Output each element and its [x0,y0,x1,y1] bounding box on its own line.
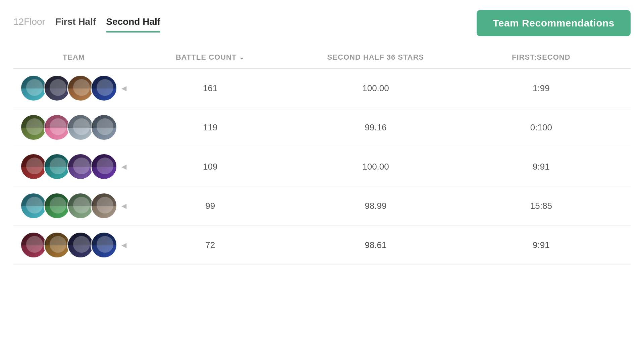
column-header-team: TEAM [20,53,127,62]
column-header-battle-count[interactable]: BATTLE COUNT ⌄ [127,53,293,62]
table-header: TEAM BATTLE COUNT ⌄ SECOND HALF 36 STARS… [13,53,631,69]
arrow-left-icon: ◀ [121,84,126,92]
battle-count-row-2: 119 [127,122,293,133]
avatar-3-4 [91,153,117,180]
avatar-2-1 [20,114,47,141]
first-second-row-4: 15:85 [459,201,624,211]
first-second-row-2: 0:100 [459,122,624,133]
avatar-4-3 [67,192,94,219]
table-row[interactable]: ◀7298.619:91 [13,226,631,265]
table-row[interactable]: ◀109100.009:91 [13,147,631,186]
second-half-stars-row-2: 99.16 [293,122,458,133]
second-half-tab[interactable]: Second Half [106,16,160,30]
page-container: 12Floor First Half Second Half Team Reco… [0,0,644,362]
avatar-4-4 [91,192,117,219]
team-recommendations-button[interactable]: Team Recommendations [477,10,631,36]
avatar-1-2 [44,75,70,102]
column-header-first-second: FIRST:SECOND [459,53,624,62]
battle-count-row-1: 161 [127,83,293,94]
column-header-second-half-stars: SECOND HALF 36 STARS [293,53,458,62]
battle-count-row-3: 109 [127,162,293,172]
avatar-1-1 [20,75,47,102]
arrow-left-icon: ◀ [121,241,126,249]
table-row[interactable]: ◀9998.9915:85 [13,186,631,226]
first-half-tab[interactable]: First Half [55,16,96,30]
first-second-row-1: 1:99 [459,83,624,94]
team-avatars-row-4: ◀ [20,192,127,219]
avatar-1-4 [91,75,117,102]
arrow-left-icon: ◀ [121,163,126,171]
first-second-row-5: 9:91 [459,240,624,250]
sort-icon: ⌄ [239,54,245,61]
header: 12Floor First Half Second Half Team Reco… [13,7,631,36]
second-half-stars-row-3: 100.00 [293,162,458,172]
second-half-stars-row-5: 98.61 [293,240,458,250]
avatar-5-3 [67,232,94,258]
avatar-2-4 [91,114,117,141]
table-body: ◀161100.001:9911999.160:100◀109100.009:9… [13,69,631,265]
table-container: TEAM BATTLE COUNT ⌄ SECOND HALF 36 STARS… [13,53,631,265]
avatar-3-3 [67,153,94,180]
second-half-stars-row-1: 100.00 [293,83,458,94]
avatar-5-2 [44,232,70,258]
table-row[interactable]: ◀161100.001:99 [13,69,631,108]
avatar-5-1 [20,232,47,258]
team-avatars-row-3: ◀ [20,153,127,180]
team-avatars-row-5: ◀ [20,232,127,258]
floor-tab[interactable]: 12Floor [13,16,45,30]
battle-count-row-5: 72 [127,240,293,250]
second-half-stars-row-4: 98.99 [293,201,458,211]
team-avatars-row-2 [20,114,127,141]
table-row[interactable]: 11999.160:100 [13,108,631,147]
avatar-2-3 [67,114,94,141]
avatar-3-2 [44,153,70,180]
nav-tabs: 12Floor First Half Second Half [13,16,160,30]
avatar-4-1 [20,192,47,219]
battle-count-row-4: 99 [127,201,293,211]
team-avatars-row-1: ◀ [20,75,127,102]
avatar-3-1 [20,153,47,180]
arrow-left-icon: ◀ [121,202,126,210]
avatar-5-4 [91,232,117,258]
first-second-row-3: 9:91 [459,162,624,172]
avatar-1-3 [67,75,94,102]
avatar-2-2 [44,114,70,141]
avatar-4-2 [44,192,70,219]
